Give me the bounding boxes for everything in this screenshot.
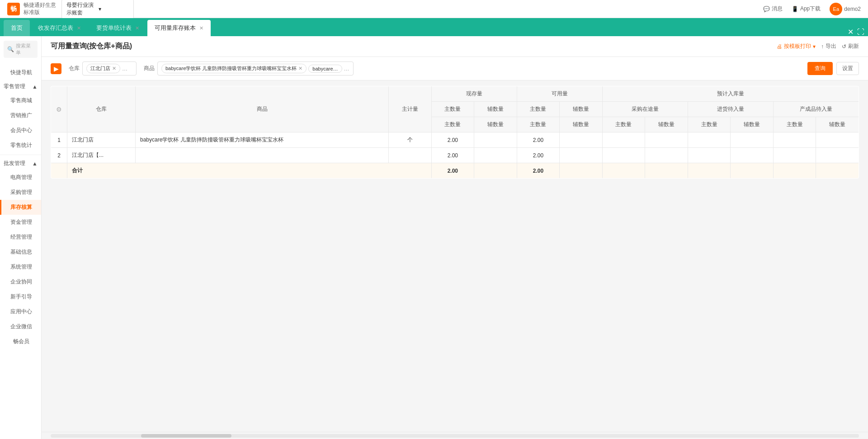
footer-empty bbox=[51, 163, 67, 179]
sidebar-item-inventory[interactable]: 库存核算 bbox=[0, 200, 41, 215]
fullscreen-icon[interactable]: ⛶ bbox=[857, 28, 864, 36]
logo-icon: 畅 bbox=[7, 3, 20, 15]
search-menu-input[interactable]: 🔍 搜索菜单 bbox=[4, 41, 38, 58]
sidebar-item-newbie[interactable]: 新手引导 bbox=[0, 289, 41, 304]
footer-stock-main: 2.00 bbox=[431, 163, 474, 179]
download-icon: 📱 bbox=[792, 6, 798, 12]
app-download-btn[interactable]: 📱 App下载 bbox=[792, 5, 821, 13]
print-btn[interactable]: 🖨 按模板打印 ▾ bbox=[777, 42, 816, 50]
th-pp-main: 主数量 bbox=[688, 117, 731, 132]
tab-order-stats[interactable]: 要货单统计表 ✕ bbox=[89, 20, 146, 36]
footer-avail-main: 2.00 bbox=[517, 163, 560, 179]
warehouse-ellipsis[interactable]: … bbox=[122, 66, 127, 72]
td-stock-aux bbox=[474, 148, 517, 163]
filter-expand-btn[interactable]: ▶ bbox=[51, 63, 61, 74]
content-area: 可用量查询(按仓库+商品) 🖨 按模板打印 ▾ ↑ 导出 ↺ 刷新 ▶ bbox=[42, 36, 868, 439]
td-avail-aux bbox=[560, 132, 603, 148]
th-stock-main2: 主数量 bbox=[431, 117, 474, 132]
footer-prd-main bbox=[773, 163, 816, 179]
td-no: 1 bbox=[51, 132, 67, 148]
sidebar-item-app-center[interactable]: 应用中心 bbox=[0, 304, 41, 319]
footer-pp-aux bbox=[731, 163, 774, 179]
th-pp-aux: 辅数量 bbox=[731, 117, 774, 132]
table-row: 1 江北门店 babycare学饮杯 儿童防摔防撞吸管杯重力球吸嘴杯宝宝水杯 个… bbox=[51, 132, 859, 148]
nav-tabs: 首页 收发存汇总表 ✕ 要货单统计表 ✕ 可用量库存账本 ✕ ✕ ⛶ bbox=[0, 18, 868, 36]
top-bar: 畅 畅捷通好生意 标准版 母婴行业演示账套 ▾ 💬 消息 📱 App下载 Ea … bbox=[0, 0, 868, 18]
td-warehouse: 江北门店【... bbox=[67, 148, 136, 163]
sidebar-item-member[interactable]: 会员中心 bbox=[0, 123, 41, 138]
sidebar-item-quick-nav[interactable]: 快捷导航 bbox=[0, 65, 41, 80]
close-receipts-icon[interactable]: ✕ bbox=[77, 25, 81, 31]
td-prd-main bbox=[773, 132, 816, 148]
close-order-stats-icon[interactable]: ✕ bbox=[135, 25, 139, 31]
td-stock-aux bbox=[474, 132, 517, 148]
td-pt-aux bbox=[645, 148, 688, 163]
sidebar-item-basic[interactable]: 基础信息 bbox=[0, 245, 41, 260]
product-input[interactable]: babycare学饮杯 儿童防摔防撞吸管杯重力球吸嘴杯宝宝水杯 ✕ babyca… bbox=[157, 61, 354, 76]
sidebar-group-retail[interactable]: 零售管理 ▲ bbox=[0, 80, 41, 93]
sidebar-item-member2[interactable]: 畅会员 bbox=[0, 334, 41, 349]
settings-icon[interactable]: ⚙ bbox=[56, 106, 62, 113]
settings-btn[interactable]: 设置 bbox=[836, 62, 859, 75]
footer-pt-main bbox=[602, 163, 645, 179]
remove-warehouse-icon[interactable]: ✕ bbox=[112, 66, 116, 71]
page-actions: 🖨 按模板打印 ▾ ↑ 导出 ↺ 刷新 bbox=[777, 42, 859, 50]
tab-receipts[interactable]: 收发存汇总表 ✕ bbox=[31, 20, 88, 36]
refresh-btn[interactable]: ↺ 刷新 bbox=[842, 42, 859, 50]
th-avail-main2: 主数量 bbox=[517, 117, 560, 132]
td-warehouse: 江北门店 bbox=[67, 132, 136, 148]
sidebar-item-finance[interactable]: 资金管理 bbox=[0, 215, 41, 230]
footer-label: 合计 bbox=[67, 163, 432, 179]
sidebar-item-marketing[interactable]: 营销推广 bbox=[0, 108, 41, 123]
th-prod-pend: 产成品待入量 bbox=[773, 102, 859, 117]
sidebar-item-corp-wechat[interactable]: 企业微信 bbox=[0, 319, 41, 334]
th-avail-main: 主数量 bbox=[517, 102, 560, 117]
th-avail-aux: 辅数量 bbox=[560, 102, 603, 117]
page-header: 可用量查询(按仓库+商品) 🖨 按模板打印 ▾ ↑ 导出 ↺ 刷新 bbox=[42, 36, 868, 57]
sidebar-item-ops[interactable]: 经营管理 bbox=[0, 230, 41, 245]
sidebar-item-collab[interactable]: 企业协同 bbox=[0, 274, 41, 289]
scroll-track[interactable] bbox=[51, 434, 859, 438]
td-pt-aux bbox=[645, 132, 688, 148]
refresh-icon: ↺ bbox=[842, 43, 846, 50]
chevron-icon: ▲ bbox=[32, 84, 38, 90]
warehouse-filter: 仓库 江北门店 ✕ … bbox=[69, 61, 137, 76]
avatar: Ea bbox=[830, 3, 842, 15]
tab-available-stock[interactable]: 可用量库存账本 ✕ bbox=[147, 20, 211, 36]
td-avail-main: 2.00 bbox=[517, 132, 560, 148]
th-stock-group: 现存量 bbox=[431, 86, 517, 102]
th-warehouse: 仓库 bbox=[67, 86, 136, 132]
sidebar-item-ecom[interactable]: 电商管理 bbox=[0, 170, 41, 185]
export-btn[interactable]: ↑ 导出 bbox=[821, 42, 836, 50]
th-pur-transit: 采购在途量 bbox=[602, 102, 688, 117]
logo-area: 畅 畅捷通好生意 标准版 bbox=[7, 2, 56, 16]
sidebar-item-retail-stats[interactable]: 零售统计 bbox=[0, 138, 41, 153]
scroll-thumb[interactable] bbox=[141, 434, 231, 438]
divider bbox=[0, 155, 41, 155]
query-btn[interactable]: 查询 bbox=[807, 62, 833, 75]
th-stock-main: 主数量 bbox=[431, 102, 474, 117]
product-ellipsis[interactable]: … bbox=[344, 66, 349, 72]
top-bar-left: 畅 畅捷通好生意 标准版 母婴行业演示账套 ▾ bbox=[7, 0, 134, 19]
remove-product1-icon[interactable]: ✕ bbox=[298, 66, 302, 71]
message-btn[interactable]: 💬 消息 bbox=[763, 5, 783, 13]
td-pp-aux bbox=[731, 132, 774, 148]
sidebar-item-system[interactable]: 系统管理 bbox=[0, 260, 41, 274]
th-prd-main: 主数量 bbox=[773, 117, 816, 132]
nav-tabs-actions: ✕ ⛶ bbox=[848, 28, 864, 36]
warehouse-input[interactable]: 江北门店 ✕ … bbox=[82, 61, 137, 76]
export-icon: ↑ bbox=[821, 43, 824, 50]
sidebar-group-wholesale[interactable]: 批发管理 ▲ bbox=[0, 157, 41, 170]
td-no: 2 bbox=[51, 148, 67, 163]
close-window-icon[interactable]: ✕ bbox=[848, 28, 854, 36]
industry-selector[interactable]: 母婴行业演示账套 ▾ bbox=[61, 0, 134, 19]
footer-stock-aux bbox=[474, 163, 517, 179]
close-available-stock-icon[interactable]: ✕ bbox=[199, 25, 203, 31]
user-menu[interactable]: Ea demo2 bbox=[830, 3, 861, 15]
sidebar-item-retail-mall[interactable]: 零售商城 bbox=[0, 93, 41, 108]
chevron-icon: ▲ bbox=[32, 160, 38, 167]
table-row: 2 江北门店【... 2.00 2.00 bbox=[51, 148, 859, 163]
th-stock-aux2: 辅数量 bbox=[474, 117, 517, 132]
sidebar-item-purchase[interactable]: 采购管理 bbox=[0, 185, 41, 200]
tab-home[interactable]: 首页 bbox=[4, 20, 30, 36]
